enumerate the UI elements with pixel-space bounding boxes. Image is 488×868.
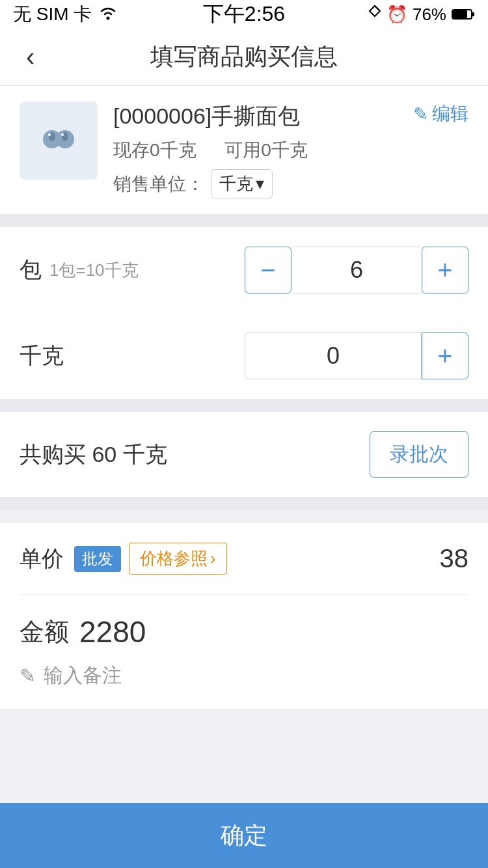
kg-stepper: + [245,332,468,379]
svg-point-8 [48,133,51,136]
product-stock: 现存0千克 可用0千克 [113,138,468,163]
svg-point-9 [61,133,64,136]
location-icon [368,5,381,25]
product-unit: 销售单位： 千克 ▾ [113,169,468,198]
divider-2 [0,399,488,412]
product-card: [0000006]手撕面包 现存0千克 可用0千克 销售单位： 千克 ▾ ✎ 编… [0,86,488,214]
back-button[interactable]: ‹ [20,36,41,78]
pack-hint: 1包=10千克 [49,259,245,282]
price-label: 单价 [20,544,64,574]
status-bar: 无 SIM 卡 下午2:56 ⏰ 76% [0,0,488,29]
pack-minus-button[interactable]: − [245,247,291,293]
kg-label: 千克 [20,341,64,371]
product-thumbnail [20,102,98,180]
price-ref-button[interactable]: 价格参照 › [129,543,227,575]
amount-section: 金额 2280 ✎ 输入备注 [0,595,488,709]
amount-value: 2280 [79,614,146,649]
total-text: 共购买 60 千克 [20,440,167,470]
price-tag: 批发 [74,546,121,572]
total-amount: 60 [92,442,116,467]
confirm-bar[interactable]: 确定 [0,803,488,868]
svg-rect-3 [453,10,467,18]
status-right: ⏰ 76% [368,5,475,25]
page-title: 填写商品购买信息 [150,41,338,73]
pack-row: 包 1包=10千克 − + [20,227,468,313]
nav-bar: ‹ 填写商品购买信息 [0,29,488,86]
price-row: 单价 批发 价格参照 › 38 [20,543,468,595]
edit-button[interactable]: ✎ 编辑 [413,102,468,126]
price-value: 38 [440,544,469,573]
battery-text: 76% [413,5,446,25]
note-icon: ✎ [20,664,36,687]
carrier-text: 无 SIM 卡 [13,2,92,27]
total-row: 共购买 60 千克 录批次 [0,412,488,497]
svg-rect-2 [472,12,474,16]
kg-row: 千克 + [20,313,468,399]
pack-label: 包 [20,255,42,285]
kg-plus-button[interactable]: + [422,332,468,379]
svg-point-0 [107,17,110,20]
batch-button[interactable]: 录批次 [370,431,468,478]
chevron-right-icon: › [210,549,216,569]
status-left: 无 SIM 卡 [13,2,118,27]
amount-row: 金额 2280 [20,614,468,649]
note-placeholder: 输入备注 [44,662,122,689]
amount-label: 金额 [20,616,69,649]
pack-section: 包 1包=10千克 − + [0,227,488,313]
confirm-button-label: 确定 [221,820,267,852]
kg-input[interactable] [245,332,422,379]
pack-input[interactable] [291,247,422,293]
kg-section: 千克 + [0,313,488,399]
divider-3 [0,497,488,510]
total-unit: 千克 [123,442,167,467]
alarm-icon: ⏰ [386,5,407,25]
price-section: 单价 批发 价格参照 › 38 [0,523,488,595]
status-time: 下午2:56 [203,0,285,29]
pack-plus-button[interactable]: + [422,247,468,293]
wifi-icon [98,4,118,25]
unit-select[interactable]: 千克 ▾ [211,169,273,198]
edit-icon: ✎ [413,103,428,125]
divider-1 [0,214,488,227]
battery-icon [452,5,475,25]
pack-stepper: − + [245,247,468,293]
note-row[interactable]: ✎ 输入备注 [20,662,468,689]
